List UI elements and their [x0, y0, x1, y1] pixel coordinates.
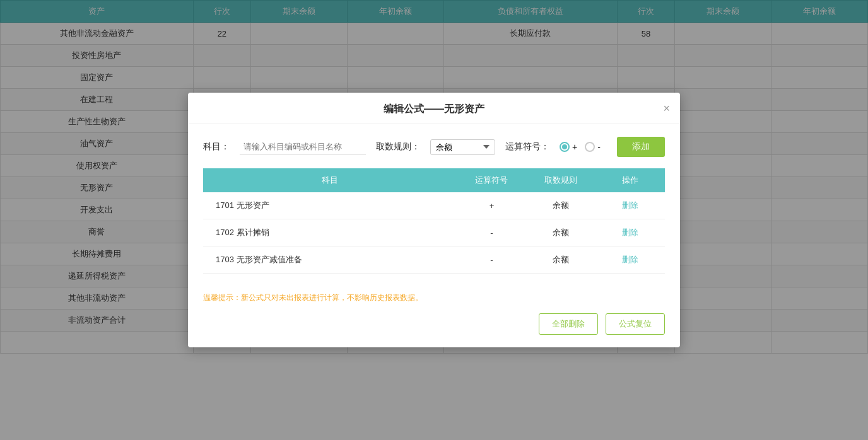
rule-label: 取数规则： [376, 141, 420, 153]
modal-body: 科目： 取数规则： 余额 借方发生额 贷方发生额 运算符号： [188, 124, 680, 284]
formula-subject: 1703 无形资产减值准备 [203, 246, 457, 274]
add-button[interactable]: 添加 [617, 137, 665, 157]
modal-title: 编辑公式——无形资产 [384, 103, 484, 114]
formula-table-row: 1702 累计摊销-余额删除 [203, 219, 665, 246]
table-header-operator: 运算符号 [457, 168, 527, 192]
formula-rule: 余额 [526, 219, 595, 246]
rule-select-wrap: 余额 借方发生额 贷方发生额 [430, 139, 495, 155]
formula-table-row: 1701 无形资产+余额删除 [203, 192, 665, 219]
modal-footer: 全部删除 公式复位 [188, 303, 680, 335]
modal-header: 编辑公式——无形资产 × [188, 93, 680, 124]
operator-plus-option[interactable]: + [560, 142, 577, 152]
radio-plus-icon [560, 142, 570, 152]
warning-text: 温馨提示：新公式只对未出报表进行计算，不影响历史报表数据。 [188, 284, 680, 303]
radio-minus-icon [585, 142, 595, 152]
formula-operator: - [457, 246, 527, 274]
operator-minus-label: - [597, 142, 601, 152]
formula-action: 删除 [595, 192, 665, 219]
reset-formula-button[interactable]: 公式复位 [606, 313, 665, 335]
formula-table-row: 1703 无形资产减值准备-余额删除 [203, 246, 665, 274]
modal-overlay: 编辑公式——无形资产 × 科目： 取数规则： 余额 借方发生额 贷方发生额 [0, 0, 868, 440]
modal-dialog: 编辑公式——无形资产 × 科目： 取数规则： 余额 借方发生额 贷方发生额 [188, 93, 680, 347]
operator-label: 运算符号： [505, 141, 549, 153]
modal-close-button[interactable]: × [663, 103, 670, 114]
table-header-action: 操作 [595, 168, 665, 192]
formula-subject: 1701 无形资产 [203, 192, 457, 219]
formula-operator: - [457, 219, 527, 246]
subject-input[interactable] [240, 139, 366, 154]
table-header-subject: 科目 [203, 168, 457, 192]
operator-minus-option[interactable]: - [585, 142, 601, 152]
delete-row-button[interactable]: 删除 [622, 255, 638, 264]
formula-operator: + [457, 192, 527, 219]
delete-row-button[interactable]: 删除 [622, 228, 638, 237]
background-page: 资产 行次 期末余额 年初余额 负债和所有者权益 行次 期末余额 年初余额 其他… [0, 0, 868, 440]
formula-rule: 余额 [526, 192, 595, 219]
rule-select[interactable]: 余额 借方发生额 贷方发生额 [430, 139, 495, 155]
delete-all-button[interactable]: 全部删除 [539, 313, 598, 335]
operator-plus-label: + [572, 142, 577, 152]
table-header-rule: 取数规则 [526, 168, 595, 192]
delete-row-button[interactable]: 删除 [622, 200, 638, 210]
formula-action: 删除 [595, 219, 665, 246]
form-row: 科目： 取数规则： 余额 借方发生额 贷方发生额 运算符号： [203, 137, 665, 157]
formula-action: 删除 [595, 246, 665, 274]
formula-subject: 1702 累计摊销 [203, 219, 457, 246]
formula-rule: 余额 [526, 246, 595, 274]
subject-label: 科目： [203, 141, 230, 153]
formula-table: 科目 运算符号 取数规则 操作 1701 无形资产+余额删除1702 累计摊销-… [203, 168, 665, 274]
operator-group: + - [560, 142, 601, 152]
